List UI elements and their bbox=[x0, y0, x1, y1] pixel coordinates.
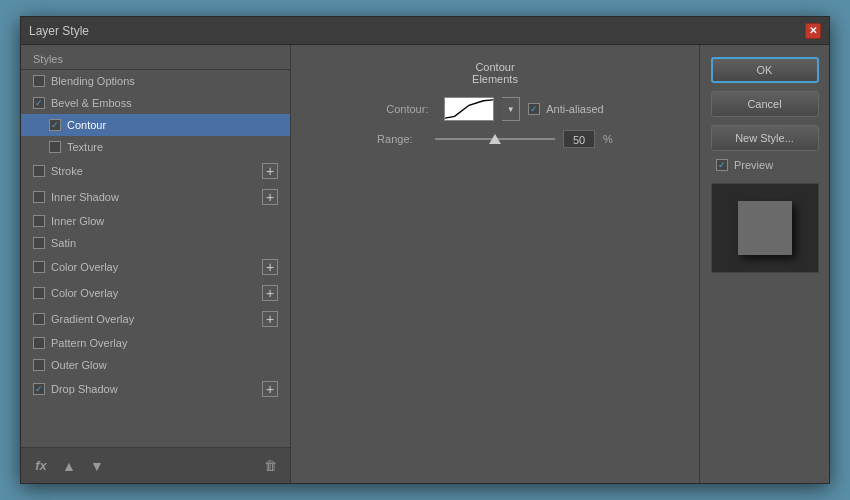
range-unit: % bbox=[603, 133, 613, 145]
label-drop-shadow: Drop Shadow bbox=[51, 383, 256, 395]
label-gradient-overlay: Gradient Overlay bbox=[51, 313, 256, 325]
title-bar: Layer Style ✕ bbox=[21, 17, 829, 45]
range-label: Range: bbox=[377, 133, 427, 145]
checkbox-drop-shadow[interactable] bbox=[33, 383, 45, 395]
dialog-body: Styles Blending OptionsBevel & EmbossCon… bbox=[21, 45, 829, 483]
layer-item-outer-glow[interactable]: Outer Glow bbox=[21, 354, 290, 376]
layer-item-drop-shadow[interactable]: Drop Shadow+ bbox=[21, 376, 290, 402]
layer-item-inner-shadow[interactable]: Inner Shadow+ bbox=[21, 184, 290, 210]
preview-checkbox[interactable] bbox=[716, 159, 728, 171]
right-panel: OK Cancel New Style... Preview bbox=[699, 45, 829, 483]
fx-icon[interactable]: fx bbox=[31, 456, 51, 476]
layer-item-texture[interactable]: Texture bbox=[21, 136, 290, 158]
cancel-button[interactable]: Cancel bbox=[711, 91, 819, 117]
label-bevel-emboss: Bevel & Emboss bbox=[51, 97, 278, 109]
layer-item-stroke[interactable]: Stroke+ bbox=[21, 158, 290, 184]
checkbox-outer-glow[interactable] bbox=[33, 359, 45, 371]
checkbox-blending-options[interactable] bbox=[33, 75, 45, 87]
anti-alias-checkbox[interactable] bbox=[528, 103, 540, 115]
close-button[interactable]: ✕ bbox=[805, 23, 821, 39]
checkbox-bevel-emboss[interactable] bbox=[33, 97, 45, 109]
contour-section: Contour Elements Contour: ▼ Anti-aliased bbox=[311, 61, 679, 149]
label-stroke: Stroke bbox=[51, 165, 256, 177]
dialog-title: Layer Style bbox=[29, 24, 89, 38]
left-panel: Styles Blending OptionsBevel & EmbossCon… bbox=[21, 45, 291, 483]
preview-box bbox=[711, 183, 819, 273]
label-texture: Texture bbox=[67, 141, 278, 153]
preview-label: Preview bbox=[734, 159, 773, 171]
label-blending-options: Blending Options bbox=[51, 75, 278, 87]
add-btn-drop-shadow[interactable]: + bbox=[262, 381, 278, 397]
layer-item-gradient-overlay[interactable]: Gradient Overlay+ bbox=[21, 306, 290, 332]
layer-item-color-overlay-2[interactable]: Color Overlay+ bbox=[21, 280, 290, 306]
label-satin: Satin bbox=[51, 237, 278, 249]
add-btn-stroke[interactable]: + bbox=[262, 163, 278, 179]
contour-dropdown[interactable]: ▼ bbox=[502, 97, 520, 121]
label-inner-glow: Inner Glow bbox=[51, 215, 278, 227]
label-color-overlay-1: Color Overlay bbox=[51, 261, 256, 273]
contour-row: Contour: ▼ Anti-aliased bbox=[386, 97, 603, 121]
layer-item-contour[interactable]: Contour bbox=[21, 114, 290, 136]
checkbox-pattern-overlay[interactable] bbox=[33, 337, 45, 349]
label-pattern-overlay: Pattern Overlay bbox=[51, 337, 278, 349]
add-btn-color-overlay-1[interactable]: + bbox=[262, 259, 278, 275]
checkbox-gradient-overlay[interactable] bbox=[33, 313, 45, 325]
anti-alias-row: Anti-aliased bbox=[528, 103, 603, 115]
range-slider[interactable] bbox=[435, 129, 555, 149]
anti-alias-label: Anti-aliased bbox=[546, 103, 603, 115]
add-btn-gradient-overlay[interactable]: + bbox=[262, 311, 278, 327]
move-down-icon[interactable]: ▼ bbox=[87, 456, 107, 476]
left-panel-footer: fx ▲ ▼ 🗑 bbox=[21, 447, 290, 483]
layer-item-satin[interactable]: Satin bbox=[21, 232, 290, 254]
layer-item-blending-options[interactable]: Blending Options bbox=[21, 70, 290, 92]
left-panel-header: Styles bbox=[21, 45, 290, 70]
checkbox-inner-glow[interactable] bbox=[33, 215, 45, 227]
checkbox-inner-shadow[interactable] bbox=[33, 191, 45, 203]
contour-preview[interactable] bbox=[444, 97, 494, 121]
move-up-icon[interactable]: ▲ bbox=[59, 456, 79, 476]
checkbox-color-overlay-1[interactable] bbox=[33, 261, 45, 273]
center-panel: Contour Elements Contour: ▼ Anti-aliased bbox=[291, 45, 699, 483]
new-style-button[interactable]: New Style... bbox=[711, 125, 819, 151]
contour-label: Contour: bbox=[386, 103, 436, 115]
preview-square bbox=[738, 201, 792, 255]
preview-row: Preview bbox=[710, 159, 773, 171]
delete-icon[interactable]: 🗑 bbox=[260, 456, 280, 476]
label-contour: Contour bbox=[67, 119, 278, 131]
section-title: Contour Elements bbox=[472, 61, 518, 85]
range-row: Range: 50 % bbox=[377, 129, 613, 149]
layer-style-dialog: Layer Style ✕ Styles Blending OptionsBev… bbox=[20, 16, 830, 484]
add-btn-color-overlay-2[interactable]: + bbox=[262, 285, 278, 301]
layer-item-inner-glow[interactable]: Inner Glow bbox=[21, 210, 290, 232]
checkbox-color-overlay-2[interactable] bbox=[33, 287, 45, 299]
checkbox-contour[interactable] bbox=[49, 119, 61, 131]
range-value[interactable]: 50 bbox=[563, 130, 595, 148]
label-outer-glow: Outer Glow bbox=[51, 359, 278, 371]
checkbox-satin[interactable] bbox=[33, 237, 45, 249]
label-inner-shadow: Inner Shadow bbox=[51, 191, 256, 203]
checkbox-texture[interactable] bbox=[49, 141, 61, 153]
checkbox-stroke[interactable] bbox=[33, 165, 45, 177]
ok-button[interactable]: OK bbox=[711, 57, 819, 83]
layer-item-bevel-emboss[interactable]: Bevel & Emboss bbox=[21, 92, 290, 114]
add-btn-inner-shadow[interactable]: + bbox=[262, 189, 278, 205]
layer-item-color-overlay-1[interactable]: Color Overlay+ bbox=[21, 254, 290, 280]
label-color-overlay-2: Color Overlay bbox=[51, 287, 256, 299]
left-panel-scroll[interactable]: Blending OptionsBevel & EmbossContourTex… bbox=[21, 70, 290, 447]
layer-item-pattern-overlay[interactable]: Pattern Overlay bbox=[21, 332, 290, 354]
